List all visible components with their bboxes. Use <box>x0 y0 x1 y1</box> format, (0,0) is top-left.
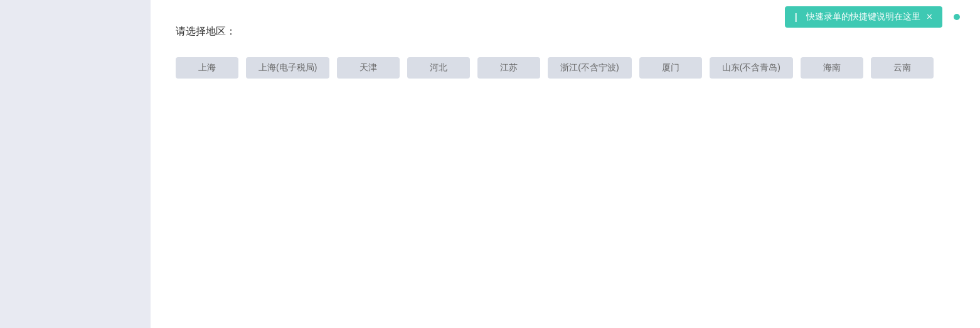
region-button-shanghai-etax[interactable]: 上海(电子税局) <box>246 57 329 79</box>
region-button-hebei[interactable]: 河北 <box>407 57 470 79</box>
region-button-shanghai[interactable]: 上海 <box>176 57 238 79</box>
region-button-yunnan[interactable]: 云南 <box>871 57 934 79</box>
region-button-jiangsu[interactable]: 江苏 <box>477 57 540 79</box>
region-button-hainan[interactable]: 海南 <box>801 57 863 79</box>
region-button-shandong[interactable]: 山东(不含青岛) <box>710 57 793 79</box>
region-button-zhejiang[interactable]: 浙江(不含宁波) <box>548 57 631 79</box>
tooltip-close-button[interactable]: × <box>927 12 932 22</box>
region-button-tianjin[interactable]: 天津 <box>337 57 400 79</box>
tooltip-dot <box>954 14 960 20</box>
main-content: 请选择地区： 上海上海(电子税局)天津河北江苏浙江(不含宁波)厦门山东(不含青岛… <box>151 0 980 328</box>
sidebar <box>0 0 151 328</box>
tooltip-bar: 快速录单的快捷键说明在这里 × <box>785 6 942 28</box>
region-buttons: 上海上海(电子税局)天津河北江苏浙江(不含宁波)厦门山东(不含青岛)海南云南 <box>176 57 955 79</box>
region-button-xiamen[interactable]: 厦门 <box>639 57 702 79</box>
tooltip-text: 快速录单的快捷键说明在这里 <box>806 11 920 23</box>
